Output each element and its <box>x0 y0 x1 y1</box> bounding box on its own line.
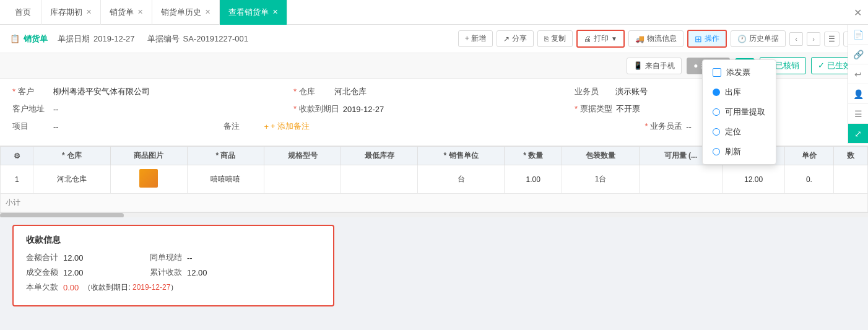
ticket-icon: ● <box>693 61 698 70</box>
td-extra <box>833 165 867 194</box>
tab-close-sales-order[interactable]: ✕ <box>137 8 143 16</box>
payment-row-3: 本单欠款 0.00 （收款到期日: 2019-12-27） <box>26 282 321 293</box>
td-index: 1 <box>1 165 33 194</box>
payment-title: 收款信息 <box>26 235 321 246</box>
tab-bar: 首页 库存期初 ✕ 销货单 ✕ 销货单历史 ✕ 查看销货单 ✕ ✕ <box>0 0 868 25</box>
next-arrow[interactable]: › <box>807 32 820 46</box>
note-label: 备注 <box>224 121 261 132</box>
circle-empty-icon-1 <box>713 108 720 116</box>
td-product-img <box>110 165 187 194</box>
cumulative-label: 累计收款 <box>150 267 182 278</box>
payment-row-1: 金额合计 12.00 同单现结 -- <box>26 252 321 263</box>
due-date-value: 2019-12-27 <box>343 105 575 114</box>
share-button[interactable]: ↗ 分享 <box>497 30 534 47</box>
doc-meta: 单据日期 2019-12-27 单据编号 SA-20191227-001 <box>58 33 248 45</box>
operate-button[interactable]: ⊞ 操作 <box>687 30 727 48</box>
copy-button[interactable]: ⎘ 复制 <box>537 30 573 47</box>
total-amount-item: 金额合计 12.00 <box>26 252 125 263</box>
table-scrollbar[interactable] <box>0 212 868 217</box>
tab-home[interactable]: 首页 <box>5 0 41 25</box>
sidebar-icon-list[interactable]: ☰ <box>848 104 868 124</box>
sidebar-icon-doc[interactable]: 📄 <box>848 25 868 45</box>
tab-close-sales-history[interactable]: ✕ <box>205 8 210 16</box>
window-close-button[interactable]: ✕ <box>854 6 862 18</box>
plus-icon: + <box>264 122 269 131</box>
total-amount-label: 金额合计 <box>26 252 58 263</box>
print-icon: 🖨 <box>584 35 591 43</box>
doc-icon: 📋 <box>10 34 20 43</box>
cumulative-item: 累计收款 12.00 <box>150 267 249 278</box>
circle-empty-icon-2 <box>713 128 720 136</box>
staff2-label: 业务员孟 <box>645 121 683 132</box>
th-product-img: 商品图片 <box>110 147 187 165</box>
address-field: 客户地址 -- <box>12 103 293 115</box>
right-sidebar: 📄 🔗 ↩ 👤 ☰ ⤢ <box>848 25 868 144</box>
doc-header: 📋 销货单 单据日期 2019-12-27 单据编号 SA-20191227-0… <box>0 25 868 53</box>
dropdown-item-refresh[interactable]: 刷新 <box>703 142 776 162</box>
scrollbar-thumb[interactable] <box>0 213 124 217</box>
tab-view-sales[interactable]: 查看销货单 ✕ <box>220 0 287 25</box>
tab-close-view-sales[interactable]: ✕ <box>272 8 278 16</box>
due-date-note-date: 2019-12-27 <box>132 283 170 292</box>
td-available <box>639 165 722 194</box>
truck-icon: 🚚 <box>635 35 644 43</box>
deal-amount-value: 12.00 <box>63 268 84 277</box>
address-value: -- <box>53 105 293 114</box>
dropdown-item-available[interactable]: 可用量提取 <box>703 102 776 122</box>
td-current-stock: 12.00 <box>723 165 785 194</box>
project-value: -- <box>53 122 224 131</box>
add-note-button[interactable]: + + 添加备注 <box>264 121 310 132</box>
copy-icon: ⎘ <box>544 35 549 43</box>
due-date-field: 收款到期日 2019-12-27 <box>293 103 575 115</box>
subtotal-row: 小计 <box>1 194 868 212</box>
tab-sales-history[interactable]: 销货单历史 ✕ <box>152 0 220 25</box>
sidebar-icon-expand[interactable]: ⤢ <box>848 124 868 144</box>
sidebar-icon-user[interactable]: 👤 <box>848 84 868 104</box>
doc-title-area: 📋 销货单 单据日期 2019-12-27 单据编号 SA-20191227-0… <box>10 33 248 45</box>
same-order-value: -- <box>187 253 193 263</box>
td-min-stock <box>341 165 418 194</box>
total-amount-value: 12.00 <box>63 253 84 263</box>
th-warehouse: * 仓库 <box>33 147 110 165</box>
address-label: 客户地址 <box>12 103 50 115</box>
project-field: 项目 -- <box>12 121 224 132</box>
doc-actions: + 新增 ↗ 分享 ⎘ 复制 🖨 打印 ▼ 🚚 物流信息 ⊞ 操作 <box>458 30 858 48</box>
deal-amount-item: 成交金额 12.00 <box>26 267 125 278</box>
logistics-button[interactable]: 🚚 物流信息 <box>628 30 684 47</box>
history-button[interactable]: 🕐 历史单据 <box>731 30 786 47</box>
cumulative-value: 12.00 <box>187 268 207 277</box>
current-due-item: 本单欠款 0.00 （收款到期日: 2019-12-27） <box>26 282 321 293</box>
doc-type-label: 📋 销货单 <box>10 33 48 45</box>
tab-sales-order[interactable]: 销货单 ✕ <box>101 0 152 25</box>
staff-label: 业务员 <box>575 86 612 97</box>
dropdown-item-outbound[interactable]: 出库 <box>703 82 776 102</box>
doc-date-item: 单据日期 2019-12-27 <box>58 33 135 45</box>
dropdown-item-add-invoice[interactable]: 添发票 <box>703 63 776 82</box>
history-icon: 🕐 <box>737 35 747 43</box>
circle-empty-icon-3 <box>713 148 720 155</box>
layout-btn-1[interactable]: ☰ <box>824 32 840 46</box>
dropdown-menu: 添发票 出库 可用量提取 定位 刷新 <box>702 59 776 165</box>
from-phone-button[interactable]: 📱 来自手机 <box>627 58 682 74</box>
doc-number-item: 单据编号 SA-20191227-001 <box>147 33 249 45</box>
sidebar-icon-return[interactable]: ↩ <box>848 64 868 84</box>
sidebar-icon-link[interactable]: 🔗 <box>848 45 868 64</box>
td-unit: 台 <box>418 165 504 194</box>
same-order-label: 同单现结 <box>150 252 182 263</box>
dropdown-item-locate[interactable]: 定位 <box>703 122 776 142</box>
th-quantity: * 数量 <box>504 147 562 165</box>
warehouse-label: 仓库 <box>293 86 331 97</box>
td-price: 0. <box>785 165 833 194</box>
td-warehouse: 河北仓库 <box>33 165 110 194</box>
print-dropdown-icon: ▼ <box>611 35 617 42</box>
td-quantity: 1.00 <box>504 165 562 194</box>
prev-arrow[interactable]: ‹ <box>789 32 803 46</box>
same-order-item: 同单现结 -- <box>150 252 249 263</box>
tab-close-inventory-init[interactable]: ✕ <box>86 8 92 16</box>
payment-row-2: 成交金额 12.00 累计收款 12.00 <box>26 267 321 278</box>
print-button[interactable]: 🖨 打印 ▼ <box>576 30 625 48</box>
new-button[interactable]: + 新增 <box>458 30 493 47</box>
th-product: * 商品 <box>187 147 264 165</box>
tab-inventory-init[interactable]: 库存期初 ✕ <box>41 0 101 25</box>
td-pack-qty: 1台 <box>562 165 639 194</box>
